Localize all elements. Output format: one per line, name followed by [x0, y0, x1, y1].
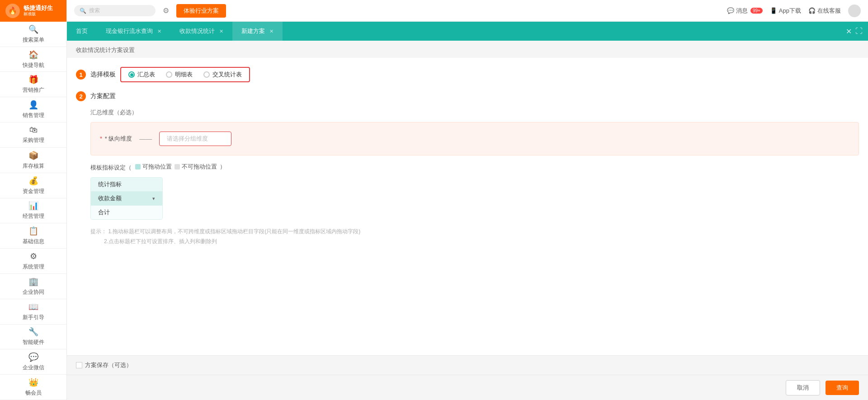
notification-item[interactable]: 💬 消息 99+ [727, 7, 763, 15]
section-num-2: 2 [76, 91, 86, 101]
breadcrumb: 收款情况统计方案设置 [67, 41, 868, 58]
search-box[interactable]: 🔍 搜索 [74, 5, 156, 16]
tab-receipt-stats[interactable]: 收款情况统计 ✕ [170, 22, 232, 41]
sidebar-item-search-menu[interactable]: 🔍 搜索菜单 [0, 22, 66, 47]
legend-fixed: 不可拖动位置 [175, 163, 217, 171]
radio-circle-detail [166, 71, 172, 78]
dimension-select[interactable]: 请选择分组维度 [159, 132, 231, 146]
indicator-col-amount[interactable]: 收款金额 ▾ [91, 192, 162, 206]
sidebar-item-hardware[interactable]: 🔧 智能硬件 [0, 325, 66, 350]
tab-new-plan-close[interactable]: ✕ [269, 28, 274, 34]
content-body: 1 选择模板 汇总表 明细表 交叉统计表 [67, 58, 868, 355]
indicator-tables: 统计指标 收款金额 ▾ 合计 [90, 177, 859, 220]
logo-icon: 🔥 [5, 4, 20, 18]
chevron-down-icon[interactable]: ▾ [152, 196, 155, 202]
radio-summary[interactable]: 汇总表 [128, 71, 155, 79]
cancel-button[interactable]: 取消 [786, 380, 820, 395]
radio-circle-cross [203, 71, 210, 78]
tab-receipt-stats-close[interactable]: ✕ [219, 28, 223, 34]
section-config-title: 2 方案配置 [76, 91, 859, 101]
indicator-table: 统计指标 收款金额 ▾ 合计 [90, 177, 163, 220]
required-asterisk: * [100, 135, 102, 142]
topbar: 🔍 搜索 ⚙ 体验行业方案 💬 消息 99+ 📱 App下载 🎧 在线客服 [67, 0, 868, 22]
settings-icon[interactable]: ⚙ [163, 6, 169, 15]
sidebar-item-marketing[interactable]: 🎁 营销推广 [0, 72, 66, 97]
indicator-legend-row: 模板指标设定（ 可拖动位置 不可拖动位置 ） [90, 163, 859, 172]
tabbar-controls: ✕ ⛶ [846, 27, 868, 36]
sidebar-item-wechat[interactable]: 💬 企业微信 [0, 349, 66, 375]
chart-icon: 📊 [28, 201, 38, 211]
indicator-row-total: 合计 [91, 206, 162, 219]
dimension-row-label: * * 纵向维度 [100, 135, 132, 143]
avatar[interactable] [848, 5, 861, 17]
section-num-1: 1 [76, 70, 86, 80]
sidebar-logo: 🔥 畅捷通好生 标准版 [0, 0, 66, 22]
tab-bank-flow[interactable]: 现金银行流水查询 ✕ [97, 22, 170, 41]
bag-icon: 🛍 [29, 125, 38, 135]
section-config-body: 汇总维度（必选） * * 纵向维度 —— 请选择分组维度 [76, 108, 859, 246]
money-icon: 💰 [28, 176, 38, 186]
sidebar-item-quick-nav[interactable]: 🏠 快捷导航 [0, 47, 66, 72]
trial-button[interactable]: 体验行业方案 [176, 4, 226, 18]
box-icon: 📦 [28, 151, 38, 160]
book-icon: 📖 [28, 302, 38, 312]
sidebar-item-enterprise[interactable]: 🏢 企业协同 [0, 274, 66, 299]
section-template: 1 选择模板 汇总表 明细表 交叉统计表 [76, 67, 859, 82]
search-icon: 🔍 [80, 8, 86, 14]
indicator-table-header: 统计指标 [91, 178, 162, 192]
tabbar: 首页 现金银行流水查询 ✕ 收款情况统计 ✕ 新建方案 ✕ ✕ ⛶ [67, 22, 868, 41]
sidebar-item-sales[interactable]: 👤 销售管理 [0, 97, 66, 122]
radio-cross[interactable]: 交叉统计表 [203, 71, 242, 79]
building-icon: 🏢 [28, 277, 38, 287]
save-plan-checkbox[interactable]: 方案保存（可选） [76, 361, 132, 369]
query-button[interactable]: 查询 [826, 381, 859, 395]
download-item[interactable]: 📱 App下载 [770, 7, 801, 15]
service-item[interactable]: 🎧 在线客服 [808, 7, 841, 15]
sidebar: 🔥 畅捷通好生 标准版 🔍 搜索菜单 🏠 快捷导航 🎁 营销推广 👤 销售管理 … [0, 0, 67, 400]
footer: 取消 查询 [67, 375, 868, 400]
hardware-icon: 🔧 [28, 327, 38, 337]
crown-icon: 👑 [28, 377, 38, 387]
sidebar-item-member[interactable]: 👑 畅会员 [0, 375, 66, 400]
section-label-2: 方案配置 [90, 92, 116, 100]
checkbox-box[interactable] [76, 362, 82, 368]
tab-maximize-icon[interactable]: ⛶ [855, 27, 863, 35]
gift-icon: 🎁 [28, 75, 38, 85]
tab-close-all-icon[interactable]: ✕ [846, 27, 852, 36]
sidebar-item-inventory[interactable]: 📦 库存核算 [0, 148, 66, 173]
chat-icon: 💬 [28, 352, 38, 362]
tab-new-plan[interactable]: 新建方案 ✕ [232, 22, 283, 41]
section-template-title: 1 选择模板 汇总表 明细表 交叉统计表 [76, 67, 859, 82]
sidebar-item-basic-info[interactable]: 📋 基础信息 [0, 223, 66, 249]
tips-section: 提示： 1.拖动标题栏可以调整布局，不可跨维度或指标区域拖动栏目字段(只能在同一… [90, 227, 859, 246]
tab-home[interactable]: 首页 [67, 22, 97, 41]
section-label-1: 选择模板 [90, 71, 116, 79]
sidebar-item-system[interactable]: ⚙ 系统管理 [0, 249, 66, 274]
service-icon: 🎧 [808, 7, 816, 14]
section-config: 2 方案配置 汇总维度（必选） * * 纵向维度 —— 请选择分组维度 [76, 91, 859, 246]
legend-items: 可拖动位置 不可拖动位置 ） [135, 163, 226, 171]
sidebar-item-purchase[interactable]: 🛍 采购管理 [0, 122, 66, 148]
legend-draggable-dot [135, 164, 141, 169]
radio-detail[interactable]: 明细表 [166, 71, 193, 79]
sidebar-item-guide[interactable]: 📖 新手引导 [0, 299, 66, 325]
legend-draggable: 可拖动位置 [135, 163, 172, 171]
tip-2-text: 2.点击标题栏下拉可设置排序、插入列和删除列 [104, 238, 217, 245]
home-icon: 🏠 [28, 50, 38, 60]
content-area: 收款情况统计方案设置 1 选择模板 汇总表 明细表 [67, 41, 868, 400]
radio-circle-summary [128, 71, 135, 78]
download-icon: 📱 [770, 7, 777, 14]
tip-label: 提示： [90, 228, 107, 235]
template-radio-group: 汇总表 明细表 交叉统计表 [120, 67, 250, 82]
dimension-area: * * 纵向维度 —— 请选择分组维度 [90, 122, 859, 155]
tip-2: 2.点击标题栏下拉可设置排序、插入列和删除列 [90, 237, 859, 247]
clipboard-icon: 📋 [28, 226, 38, 236]
bottom-section: 方案保存（可选） [67, 355, 868, 375]
tab-bank-flow-close[interactable]: ✕ [157, 28, 161, 34]
sidebar-item-operations[interactable]: 📊 经营管理 [0, 198, 66, 224]
dimension-row: * * 纵向维度 —— 请选择分组维度 [100, 132, 849, 146]
notification-icon: 💬 [727, 7, 734, 14]
sidebar-item-finance[interactable]: 💰 资金管理 [0, 173, 66, 198]
user-icon: 👤 [28, 100, 38, 110]
search-menu-icon: 🔍 [28, 24, 38, 34]
